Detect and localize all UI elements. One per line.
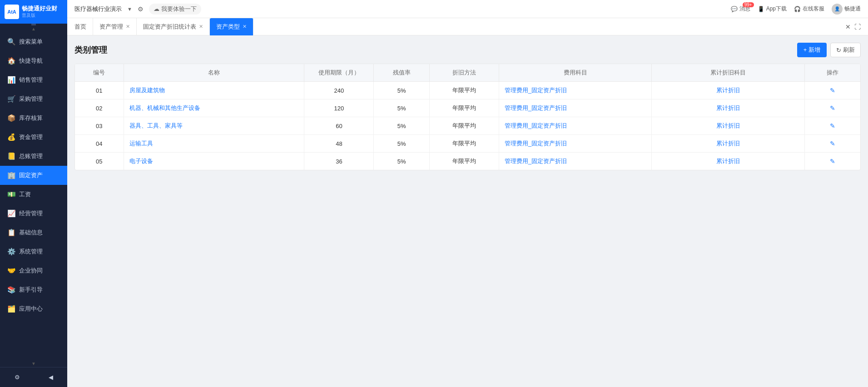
sidebar-item-purchase[interactable]: 🛒采购管理 bbox=[0, 89, 67, 109]
breadcrumb-tab-depreciation[interactable]: 固定资产折旧统计表✕ bbox=[137, 18, 210, 35]
category-table: 编号名称使用期限（月）残值率折旧方法费用科目累计折旧科目操作 01 房屋及建筑物… bbox=[75, 64, 860, 170]
edit-btn-2[interactable]: ✎ bbox=[830, 122, 835, 129]
breadcrumb-tab-asset_type[interactable]: 资产类型✕ bbox=[210, 18, 253, 35]
sidebar-item-inventory[interactable]: 📦库存核算 bbox=[0, 109, 67, 128]
sidebar-label-guide: 新手引导 bbox=[19, 286, 43, 294]
settings-icon[interactable]: ⚙ bbox=[138, 5, 144, 13]
cell-residual-2: 5% bbox=[374, 117, 429, 135]
sidebar: AtA 畅捷通好业财 普及版 ▲ 🔍搜索菜单🏠快捷导航📊销售管理🛒采购管理📦库存… bbox=[0, 0, 67, 387]
cell-accum-1: 累计折旧 bbox=[652, 99, 805, 117]
breadcrumb-tab-home[interactable]: 首页 bbox=[74, 18, 93, 35]
sidebar-icon-basicinfo: 📋 bbox=[7, 228, 15, 237]
cell-period-1: 120 bbox=[304, 99, 374, 117]
sidebar-label-salary: 工资 bbox=[19, 190, 31, 198]
topbar-action-app_download[interactable]: 📱App下载 bbox=[758, 5, 787, 13]
sidebar-item-salary[interactable]: 💵工资 bbox=[0, 185, 67, 204]
cell-residual-1: 5% bbox=[374, 99, 429, 117]
topbar-icon-messages: 💬 bbox=[731, 6, 738, 12]
sidebar-item-guide[interactable]: 📚新手引导 bbox=[0, 280, 67, 299]
sidebar-icon-quicknav: 🏠 bbox=[7, 57, 15, 65]
experience-icon: ☁ bbox=[154, 5, 159, 12]
cell-action-0: ✎ bbox=[805, 82, 860, 99]
scroll-up-btn[interactable]: ▲ bbox=[0, 25, 67, 32]
sidebar-icon-sales: 📊 bbox=[7, 76, 15, 84]
sidebar-label-funds: 资金管理 bbox=[19, 133, 43, 141]
logo-text: 畅捷通好业财 bbox=[22, 5, 57, 13]
th-费用科目: 费用科目 bbox=[499, 64, 652, 82]
cell-residual-0: 5% bbox=[374, 82, 429, 99]
cell-period-3: 48 bbox=[304, 135, 374, 153]
window-close-btn[interactable]: ✕ bbox=[845, 23, 851, 30]
cell-method-4: 年限平均 bbox=[429, 153, 499, 170]
avatar-user: 👤 bbox=[832, 4, 843, 15]
cell-expense-2: 管理费用_固定资产折旧 bbox=[499, 117, 652, 135]
sidebar-item-basicinfo[interactable]: 📋基础信息 bbox=[0, 223, 67, 242]
cell-accum-0: 累计折旧 bbox=[652, 82, 805, 99]
sidebar-icon-search: 🔍 bbox=[7, 38, 15, 46]
sidebar-item-search[interactable]: 🔍搜索菜单 bbox=[0, 32, 67, 51]
sidebar-label-appcenter: 应用中心 bbox=[19, 305, 43, 313]
sidebar-label-inventory: 库存核算 bbox=[19, 114, 43, 122]
sidebar-label-management: 经营管理 bbox=[19, 209, 43, 218]
edit-btn-3[interactable]: ✎ bbox=[830, 140, 835, 147]
cell-accum-4: 累计折旧 bbox=[652, 153, 805, 170]
edit-btn-0[interactable]: ✎ bbox=[830, 87, 835, 94]
experience-label: 我要体验一下 bbox=[161, 5, 197, 13]
sidebar-label-sales: 销售管理 bbox=[19, 76, 43, 84]
window-expand-btn[interactable]: ⛶ bbox=[854, 23, 861, 30]
sidebar-item-system[interactable]: ⚙️系统管理 bbox=[0, 242, 67, 261]
edit-btn-1[interactable]: ✎ bbox=[830, 104, 835, 112]
tab-label-asset_mgmt: 资产管理 bbox=[99, 23, 123, 31]
tab-close-asset_type[interactable]: ✕ bbox=[243, 24, 247, 30]
edit-btn-4[interactable]: ✎ bbox=[830, 158, 835, 165]
sidebar-icon-management: 📈 bbox=[7, 209, 15, 218]
cell-name-1: 机器、机械和其他生产设备 bbox=[124, 99, 304, 117]
cell-action-1: ✎ bbox=[805, 99, 860, 117]
cell-name-3: 运输工具 bbox=[124, 135, 304, 153]
sidebar-item-management[interactable]: 📈经营管理 bbox=[0, 204, 67, 223]
sidebar-item-quicknav[interactable]: 🏠快捷导航 bbox=[0, 51, 67, 70]
th-残值率: 残值率 bbox=[374, 64, 429, 82]
tab-label-home: 首页 bbox=[74, 23, 86, 31]
breadcrumb-tab-asset_mgmt[interactable]: 资产管理✕ bbox=[93, 18, 137, 35]
tab-close-asset_mgmt[interactable]: ✕ bbox=[126, 24, 130, 30]
sidebar-label-system: 系统管理 bbox=[19, 248, 43, 256]
cell-residual-4: 5% bbox=[374, 153, 429, 170]
tab-label-depreciation: 固定资产折旧统计表 bbox=[143, 23, 196, 31]
cell-period-4: 36 bbox=[304, 153, 374, 170]
settings-icon[interactable]: ⚙ bbox=[10, 371, 25, 383]
sidebar-label-quicknav: 快捷导航 bbox=[19, 57, 43, 65]
topbar-action-user[interactable]: 👤畅捷通 bbox=[832, 4, 861, 15]
sidebar-icon-inventory: 📦 bbox=[7, 114, 15, 122]
th-折旧方法: 折旧方法 bbox=[429, 64, 499, 82]
company-dropdown-icon[interactable]: ▼ bbox=[127, 6, 132, 12]
sidebar-item-enterprise[interactable]: 🤝企业协同 bbox=[0, 261, 67, 280]
topbar-action-customer_service[interactable]: 🎧在线客服 bbox=[794, 5, 824, 13]
cell-expense-4: 管理费用_固定资产折旧 bbox=[499, 153, 652, 170]
refresh-button[interactable]: ↻ 刷新 bbox=[830, 43, 861, 57]
experience-button[interactable]: ☁ 我要体验一下 bbox=[149, 4, 201, 15]
sidebar-label-enterprise: 企业协同 bbox=[19, 267, 43, 275]
cell-period-0: 240 bbox=[304, 82, 374, 99]
cell-expense-0: 管理费用_固定资产折旧 bbox=[499, 82, 652, 99]
topbar-action-messages[interactable]: 💬消息99+ bbox=[731, 5, 750, 13]
cell-method-0: 年限平均 bbox=[429, 82, 499, 99]
new-button[interactable]: + 新增 bbox=[797, 43, 827, 57]
collapse-icon[interactable]: ◀ bbox=[44, 371, 58, 383]
scroll-down-btn[interactable]: ▼ bbox=[0, 360, 67, 367]
sidebar-nav: 🔍搜索菜单🏠快捷导航📊销售管理🛒采购管理📦库存核算💰资金管理📒总账管理🏢固定资产… bbox=[0, 32, 67, 360]
tab-close-depreciation[interactable]: ✕ bbox=[199, 24, 203, 30]
cell-method-1: 年限平均 bbox=[429, 99, 499, 117]
topbar-label-user: 畅捷通 bbox=[844, 5, 861, 13]
breadcrumb-bar: 首页资产管理✕固定资产折旧统计表✕资产类型✕✕⛶ bbox=[67, 18, 868, 35]
sidebar-item-fixed[interactable]: 🏢固定资产 bbox=[0, 166, 67, 185]
sidebar-item-appcenter[interactable]: 🗂️应用中心 bbox=[0, 299, 67, 318]
sidebar-label-search: 搜索菜单 bbox=[19, 38, 43, 46]
sidebar-icon-fixed: 🏢 bbox=[7, 171, 15, 179]
page-title: 类别管理 bbox=[74, 45, 107, 55]
sidebar-logo: AtA 畅捷通好业财 普及版 bbox=[0, 0, 67, 24]
sidebar-item-funds[interactable]: 💰资金管理 bbox=[0, 128, 67, 147]
sidebar-item-sales[interactable]: 📊销售管理 bbox=[0, 70, 67, 89]
sidebar-item-ledger[interactable]: 📒总账管理 bbox=[0, 147, 67, 166]
table-row: 05 电子设备 36 5% 年限平均 管理费用_固定资产折旧 累计折旧 ✎ bbox=[75, 153, 860, 170]
